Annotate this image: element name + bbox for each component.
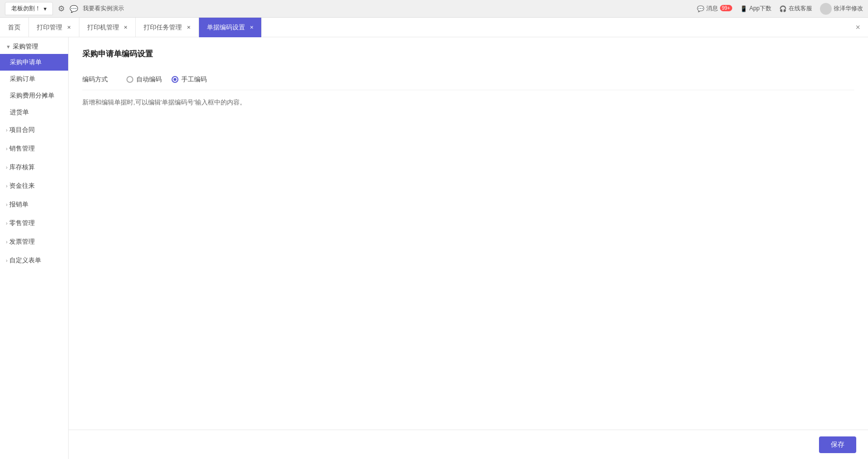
retail-mgmt-label: 零售管理 <box>9 219 35 228</box>
close-tab-printer-mgmt[interactable]: × <box>124 24 128 31</box>
sales-mgmt-arrow: › <box>6 146 7 152</box>
custom-form-arrow: › <box>6 258 7 263</box>
purchase-order-label: 采购订单 <box>10 75 35 82</box>
app-tabbar: 首页 打印管理 × 打印机管理 × 打印任务管理 × 单据编码设置 × × <box>0 18 868 37</box>
sidebar-item-purchase-expense[interactable]: 采购费用分摊单 <box>0 87 68 104</box>
demo-link-icon: 💬 <box>70 5 78 13</box>
tab-home[interactable]: 首页 <box>0 18 29 37</box>
radio-manual-coding-circle <box>172 76 178 83</box>
radio-auto-coding-circle <box>126 76 133 83</box>
app-download-label: App下数 <box>749 4 771 13</box>
capital-flow-arrow: › <box>6 183 7 189</box>
sidebar-item-stock-in[interactable]: 进货单 <box>0 104 68 121</box>
returns-arrow: › <box>6 202 7 207</box>
retail-mgmt-arrow: › <box>6 221 7 226</box>
tab-print-task-mgmt-label: 打印任务管理 <box>144 23 182 32</box>
tab-barcode-setting[interactable]: 单据编码设置 × <box>199 18 262 37</box>
tab-home-label: 首页 <box>8 23 21 32</box>
sidebar-group-capital-flow[interactable]: › 资金往来 <box>0 177 68 195</box>
project-contract-arrow: › <box>6 128 7 133</box>
browser-bar-right: 💬 消息 99+ 📱 App下数 🎧 在线客服 徐泽华修改 <box>697 3 863 15</box>
user-name: 徐泽华修改 <box>834 4 863 13</box>
sidebar-group-sales-mgmt[interactable]: › 销售管理 <box>0 139 68 158</box>
browser-tab-label: 老板勿割！ <box>11 4 41 13</box>
close-tab-print-mgmt[interactable]: × <box>67 24 71 31</box>
tab-print-mgmt-label: 打印管理 <box>37 23 62 32</box>
coding-method-row: 编码方式 自动编码 手工编码 <box>82 69 854 90</box>
close-tab-print-task-mgmt[interactable]: × <box>187 24 191 31</box>
coding-row-label: 编码方式 <box>82 75 117 84</box>
tab-print-mgmt[interactable]: 打印管理 × <box>29 18 79 37</box>
sidebar: ▼ 采购管理 采购申请单 采购订单 采购费用分摊单 进货单 › 项目合同 › 销… <box>0 37 69 459</box>
sidebar-group-custom-form[interactable]: › 自定义表单 <box>0 251 68 270</box>
inventory-arrow: › <box>6 165 7 170</box>
message-icon: 💬 <box>697 5 704 12</box>
stock-in-label: 进货单 <box>10 108 29 116</box>
tab-print-task-mgmt[interactable]: 打印任务管理 × <box>136 18 199 37</box>
main-layout: ▼ 采购管理 采购申请单 采购订单 采购费用分摊单 进货单 › 项目合同 › 销… <box>0 37 868 459</box>
message-label: 消息 <box>706 4 718 13</box>
purchase-mgmt-label: 采购管理 <box>13 42 38 51</box>
browser-tab[interactable]: 老板勿割！ ▾ <box>5 2 53 15</box>
user-menu[interactable]: 徐泽华修改 <box>820 3 863 15</box>
invoice-mgmt-label: 发票管理 <box>9 237 35 246</box>
sidebar-group-purchase-mgmt[interactable]: ▼ 采购管理 <box>0 37 68 54</box>
sidebar-item-purchase-order[interactable]: 采购订单 <box>0 71 68 87</box>
sales-mgmt-label: 销售管理 <box>9 144 35 153</box>
sidebar-group-project-contract[interactable]: › 项目合同 <box>0 121 68 139</box>
headset-icon: 🎧 <box>779 5 787 12</box>
settings-icon[interactable]: ⚙ <box>58 4 65 13</box>
online-service-label: 在线客服 <box>789 4 812 13</box>
returns-label: 报销单 <box>9 200 28 209</box>
invoice-mgmt-arrow: › <box>6 239 7 245</box>
project-contract-label: 项目合同 <box>9 126 35 134</box>
notification-badge: 99+ <box>720 5 732 11</box>
app-download-button[interactable]: 📱 App下数 <box>740 4 771 13</box>
content-area: 采购申请单编码设置 编码方式 自动编码 手工编码 新增和编辑单据时,可以编辑'单… <box>69 37 868 459</box>
page-title: 采购申请单编码设置 <box>82 49 854 59</box>
user-avatar <box>820 3 832 15</box>
radio-auto-coding[interactable]: 自动编码 <box>126 75 162 84</box>
info-text: 新增和编辑单据时,可以编辑'单据编码号'输入框中的内容。 <box>82 98 854 107</box>
capital-flow-label: 资金往来 <box>9 181 35 190</box>
browser-bar: 老板勿割！ ▾ ⚙ 💬 我要看实例演示 💬 消息 99+ 📱 App下数 🎧 在… <box>0 0 868 18</box>
app-download-icon: 📱 <box>740 5 747 12</box>
purchase-mgmt-arrow: ▼ <box>6 44 11 50</box>
app-close-button[interactable]: × <box>848 23 868 32</box>
sidebar-group-retail-mgmt[interactable]: › 零售管理 <box>0 214 68 232</box>
radio-auto-coding-label: 自动编码 <box>136 75 162 84</box>
sidebar-group-inventory[interactable]: › 库存核算 <box>0 158 68 177</box>
sidebar-item-purchase-request[interactable]: 采购申请单 <box>0 54 68 71</box>
purchase-mgmt-items: 采购申请单 采购订单 采购费用分摊单 进货单 <box>0 54 68 121</box>
inventory-label: 库存核算 <box>9 163 35 172</box>
radio-manual-coding-label: 手工编码 <box>181 75 207 84</box>
content-inner: 采购申请单编码设置 编码方式 自动编码 手工编码 新增和编辑单据时,可以编辑'单… <box>69 37 868 430</box>
tab-printer-mgmt[interactable]: 打印机管理 × <box>79 18 136 37</box>
purchase-request-label: 采购申请单 <box>10 58 42 66</box>
tab-printer-mgmt-label: 打印机管理 <box>87 23 119 32</box>
browser-tab-dropdown[interactable]: ▾ <box>44 5 47 12</box>
sidebar-group-invoice-mgmt[interactable]: › 发票管理 <box>0 232 68 251</box>
online-service-button[interactable]: 🎧 在线客服 <box>779 4 812 13</box>
custom-form-label: 自定义表单 <box>9 256 41 265</box>
content-footer: 保存 <box>69 430 868 459</box>
radio-manual-coding[interactable]: 手工编码 <box>172 75 207 84</box>
tab-barcode-setting-label: 单据编码设置 <box>207 23 245 32</box>
sidebar-group-returns[interactable]: › 报销单 <box>0 195 68 214</box>
demo-link[interactable]: 我要看实例演示 <box>83 4 124 13</box>
close-tab-barcode-setting[interactable]: × <box>250 24 254 31</box>
save-button[interactable]: 保存 <box>819 436 856 453</box>
message-button[interactable]: 💬 消息 99+ <box>697 4 732 13</box>
purchase-expense-label: 采购费用分摊单 <box>10 92 54 99</box>
